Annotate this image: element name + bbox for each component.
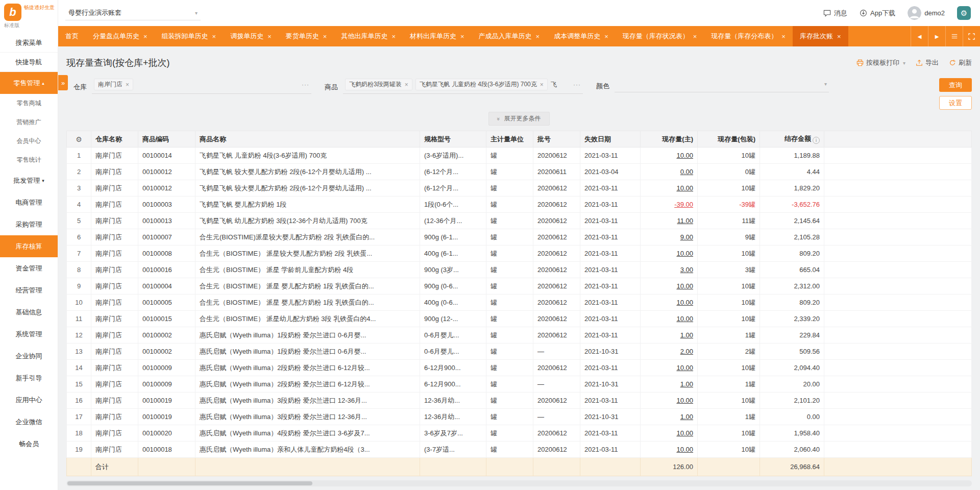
qty-main-link[interactable]: 10.00 (676, 250, 693, 257)
remove-tag-icon[interactable]: × (540, 81, 544, 88)
refresh-button[interactable]: 刷新 (949, 58, 972, 67)
qty-main-link[interactable]: 10.00 (676, 184, 693, 192)
qty-main-link[interactable]: 11.00 (677, 217, 693, 225)
remove-tag-icon[interactable]: × (405, 81, 408, 88)
table-row[interactable]: 13 南岸门店 00100002 惠氏启赋（Wyeth illuma）1段奶粉 … (67, 344, 972, 360)
table-row[interactable]: 16 南岸门店 00100019 惠氏启赋（Wyeth illuma）3段奶粉 … (67, 393, 972, 409)
settings-button[interactable]: 设置 (939, 96, 972, 110)
qty-main-link[interactable]: 9.00 (680, 233, 693, 241)
tab[interactable]: 产成品入库单历史 × (472, 26, 547, 46)
table-row[interactable]: 17 南岸门店 00100019 惠氏启赋（Wyeth illuma）3段奶粉 … (67, 409, 972, 425)
close-icon[interactable]: × (391, 33, 396, 40)
avatar[interactable] (908, 6, 921, 20)
close-icon[interactable]: × (212, 33, 216, 40)
table-row[interactable]: 9 南岸门店 00100004 合生元（BIOSTIME） 派星 婴儿配方奶粉 … (67, 278, 972, 295)
fullscreen-icon[interactable] (963, 26, 980, 46)
messages-button[interactable]: 消息 (823, 9, 847, 18)
table-row[interactable]: 18 南岸门店 00100020 惠氏启赋（Wyeth illuma）4段奶粉 … (67, 425, 972, 442)
remove-tag-icon[interactable]: × (126, 81, 129, 88)
table-row[interactable]: 11 南岸门店 00100015 合生元（BIOSTIME） 派星幼儿配方奶粉 … (67, 311, 972, 327)
print-by-template-button[interactable]: 按模板打印 ▾ (856, 58, 905, 67)
color-field[interactable]: ▾ (615, 78, 829, 92)
close-icon[interactable]: × (460, 33, 464, 40)
table-row[interactable]: 10 南岸门店 00100005 合生元（BIOSTIME） 派星 婴儿配方奶粉… (67, 295, 972, 311)
product-more-button[interactable]: ··· (573, 81, 581, 88)
tab[interactable]: 分量盘点单历史 × (86, 26, 155, 46)
sidebar-item[interactable]: 资金管理 (0, 257, 58, 279)
sidebar-item[interactable]: 经营管理 (0, 279, 58, 301)
warehouse-field[interactable]: 南岸门店 × ··· (92, 78, 311, 94)
horizontal-scrollbar[interactable] (66, 480, 972, 486)
tabs-prev-button[interactable]: ◀ (911, 26, 928, 46)
sidebar-item[interactable]: 企业协同 (0, 345, 58, 367)
tab[interactable]: 要货单历史 × (279, 26, 334, 46)
qty-main-link[interactable]: 10.00 (676, 299, 693, 306)
close-icon[interactable]: × (837, 33, 841, 40)
column-settings-icon[interactable]: ⚙ (76, 135, 82, 143)
app-download-button[interactable]: App下载 (860, 9, 895, 18)
table-row[interactable]: 7 南岸门店 00100008 合生元（BIOSTIME） 派星较大婴儿配方奶粉… (67, 246, 972, 262)
close-icon[interactable]: × (143, 33, 148, 40)
table-row[interactable]: 2 南岸门店 00100012 飞鹤星飞帆 较大婴儿配方奶粉 2段(6-12个月… (67, 164, 972, 180)
close-icon[interactable]: × (323, 33, 327, 40)
user-menu[interactable]: demo2 (908, 6, 945, 20)
sidebar-item[interactable]: 会员中心 (0, 132, 58, 151)
qty-main-link[interactable]: 2.00 (680, 348, 693, 355)
tab[interactable]: 调拨单历史 × (223, 26, 279, 46)
query-button[interactable]: 查询 (939, 78, 972, 92)
workspace-gear-button[interactable]: ⚙ (957, 6, 971, 20)
table-row[interactable]: 1 南岸门店 00100014 飞鹤星飞帆 儿童奶粉 4段(3-6岁适用) 70… (67, 148, 972, 164)
close-icon[interactable]: × (693, 33, 697, 40)
sidebar-item[interactable]: 零售管理 ▴ (0, 72, 58, 94)
qty-main-link[interactable]: 1.00 (680, 380, 693, 388)
sidebar-item[interactable]: 新手引导 (0, 367, 58, 389)
qty-main-link[interactable]: 10.00 (676, 364, 693, 372)
close-icon[interactable]: × (536, 33, 540, 40)
sidebar-item[interactable]: 营销推广 (0, 113, 58, 132)
tab[interactable]: 现存量（库存状况表） × (616, 26, 704, 46)
sidebar-item[interactable]: 基础信息 (0, 301, 58, 323)
table-row[interactable]: 5 南岸门店 00100013 飞鹤星飞帆 幼儿配方奶粉 3段(12-36个月幼… (67, 213, 972, 229)
qty-main-link[interactable]: 10.00 (676, 446, 693, 453)
tab[interactable]: 现存量（库存分布表） × (704, 26, 793, 46)
sidebar-item[interactable]: 采购管理 (0, 213, 58, 235)
tabs-next-button[interactable]: ▶ (928, 26, 945, 46)
sidebar-item[interactable]: 电商管理 (0, 191, 58, 213)
sidebar-item[interactable]: 快捷导航 (0, 53, 58, 72)
qty-main-link[interactable]: 10.00 (676, 282, 693, 290)
warehouse-more-button[interactable]: ··· (302, 81, 309, 88)
account-select[interactable]: 母婴行业演示账套 ▾ (65, 6, 201, 20)
close-icon[interactable]: × (781, 33, 786, 40)
product-field[interactable]: 飞鹤奶粉3段两罐装 × 飞鹤星飞帆 儿童奶粉 4段(3-6岁适用) 700克 ×… (343, 78, 583, 94)
table-row[interactable]: 8 南岸门店 00100016 合生元（BIOSTIME） 派星 学龄前儿童配方… (67, 262, 972, 278)
sidebar-item[interactable]: 应用中心 (0, 389, 58, 411)
close-icon[interactable]: × (267, 33, 272, 40)
expand-more-conditions-button[interactable]: » 展开更多条件 (488, 112, 549, 126)
tab[interactable]: 其他出库单历史 × (334, 26, 403, 46)
tab[interactable]: 成本调整单历史 × (547, 26, 616, 46)
sidebar-item[interactable]: 企业微信 (0, 411, 58, 433)
qty-main-link[interactable]: -39.00 (674, 201, 693, 208)
qty-main-link[interactable]: 1.00 (680, 331, 693, 339)
sidebar-item[interactable]: 畅会员 (0, 433, 58, 455)
sidebar-item[interactable]: 零售统计 (0, 151, 58, 169)
tab[interactable]: 首页 × (58, 26, 86, 46)
table-row[interactable]: 3 南岸门店 00100012 飞鹤星飞帆 较大婴儿配方奶粉 2段(6-12个月… (67, 180, 972, 197)
sidebar-item[interactable]: 搜索菜单 (0, 33, 58, 53)
sidebar-item[interactable]: 系统管理 (0, 323, 58, 345)
tab[interactable]: 库存批次账 × (793, 26, 848, 46)
tab[interactable]: 材料出库单历史 × (403, 26, 472, 46)
sidebar-collapse-button[interactable]: » (58, 75, 68, 90)
qty-main-link[interactable]: 0.00 (680, 168, 693, 176)
qty-main-link[interactable]: 10.00 (676, 152, 693, 159)
sidebar-item[interactable]: 零售商城 (0, 94, 58, 113)
qty-main-link[interactable]: 10.00 (676, 315, 693, 323)
qty-main-link[interactable]: 3.00 (680, 266, 693, 274)
qty-main-link[interactable]: 1.00 (680, 413, 693, 421)
qty-main-link[interactable]: 10.00 (676, 397, 693, 404)
sidebar-item[interactable]: 库存核算 (0, 235, 58, 257)
table-row[interactable]: 6 南岸门店 00100007 合生元(BIOSTIME)派星较大婴儿配方奶粉 … (67, 229, 972, 246)
tab[interactable]: 组装拆卸单历史 × (155, 26, 224, 46)
info-icon[interactable]: i (813, 137, 820, 144)
tabs-menu-icon[interactable] (945, 26, 963, 46)
